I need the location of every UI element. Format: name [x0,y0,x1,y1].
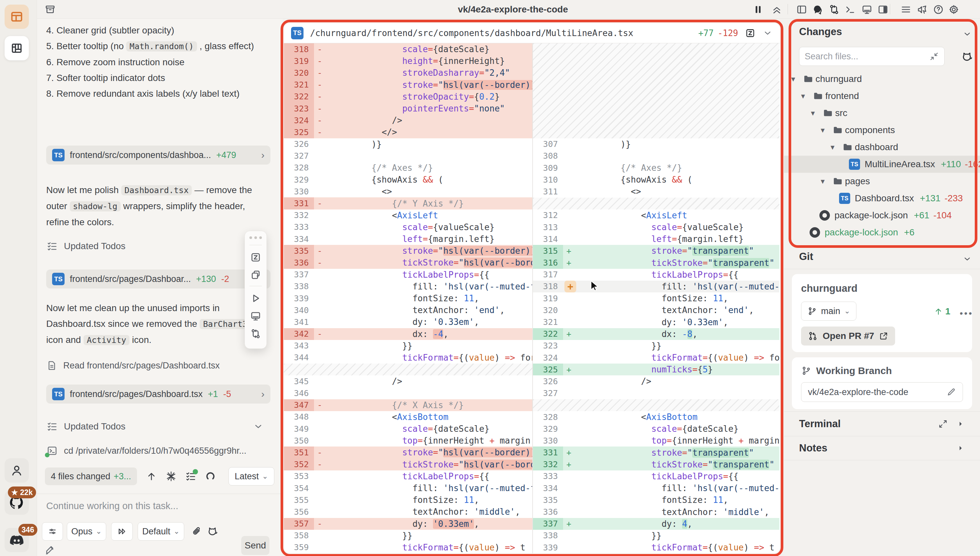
diff-row: 330 top={innerHeight + margin.top} [533,435,780,446]
chevron-down-icon[interactable] [762,28,773,38]
repo-menu-button[interactable]: ••• [960,308,973,318]
tree-file-package-lock.json[interactable]: package-lock.json+6 [784,224,980,241]
file-chip-name: frontend/src/pages/Dashboard.tsx [70,389,203,399]
brush-icon[interactable] [44,544,56,556]
file-chip-name: frontend/src/components/dashboa... [70,150,211,160]
changes-file-tree: ▾churnguard▾frontend▾src▾components▾dash… [784,71,980,241]
tree-folder-dashboard[interactable]: ▾dashboard [784,139,980,156]
text-segment: 5. Better tooltip (no [46,41,126,51]
composer-settings-button[interactable] [42,522,63,541]
file-chip-dashboard-1[interactable]: TS frontend/src/pages/Dashboar... +130 -… [46,270,270,288]
diff-row: 351- stroke="hsl(var(--border))" [284,446,532,458]
pencil-icon[interactable] [946,387,956,397]
tree-folder-pages[interactable]: ▾pages [784,173,980,190]
working-branch-field[interactable]: vk/4e2a-explore-the-code [801,382,963,402]
ts-file-icon: TS [52,149,65,161]
account-button[interactable] [5,458,29,483]
inline-code: BarChart3 [200,319,250,329]
github-cat-icon[interactable] [960,50,974,63]
file-chip-dashboard-2[interactable]: TS frontend/src/pages/Dashboard.tsx +1 -… [46,385,270,404]
document-icon [46,360,57,371]
chat-bubble-icon[interactable] [812,3,823,15]
send-button[interactable]: Send [241,536,270,555]
list-item: 4. Cleaner grid (subtler opacity) [46,23,272,38]
tree-folder-components[interactable]: ▾components [784,121,980,139]
panel-right-icon[interactable] [877,3,889,15]
expand-icon[interactable] [938,419,948,429]
drag-handle-dots[interactable] [249,236,262,239]
monitor-icon[interactable] [250,310,262,322]
caret-right-icon[interactable] [956,444,965,453]
open-pr-button[interactable]: Open PR #7 [801,326,895,346]
terminal-command-row[interactable]: cd /private/var/folders/10/h7w0q46556ggr… [46,445,268,457]
archive-icon[interactable] [44,3,56,15]
todo-update-row[interactable]: Updated Todos [46,240,126,252]
diff-row: 320- strokeDasharray="2,4" [284,67,532,79]
tree-file-MultiLineArea.tsx[interactable]: TSMultiLineArea.tsx+110-162 [784,156,980,173]
folder-icon [821,108,835,119]
menu-icon[interactable] [900,3,912,15]
diff-row: 311 <> [533,186,780,197]
attach-paperclip-icon[interactable] [191,525,203,537]
todos-status-icon[interactable] [185,470,197,482]
todo-label: Updated Todos [64,421,126,432]
diff-editor-icon[interactable] [745,27,756,39]
repo-card: churnguard main ⌄ 1 ••• Open PR #7 [792,274,972,352]
cat-icon[interactable] [206,525,219,538]
diff-row: 337+ dy: 4, [533,518,780,530]
play-icon[interactable] [250,293,262,304]
collapse-all-icon[interactable] [771,3,783,15]
collapse-tree-icon[interactable] [929,52,939,61]
tree-folder-src[interactable]: ▾src [784,105,980,121]
fast-forward-button[interactable] [111,522,133,541]
copy-icon[interactable] [250,269,262,281]
version-label: Latest [235,472,259,482]
tree-file-package-lock.json[interactable]: package-lock.json+61-104 [784,207,980,224]
mode-dropdown[interactable]: Default⌄ [138,522,184,541]
workspace-tile-board[interactable] [5,36,29,60]
chevron-down-icon[interactable] [962,254,972,264]
caret-right-icon[interactable] [956,420,965,428]
diff-row: 338 fill: 'hsl(var(--muted-foreground))'… [284,281,532,293]
text-segment: 8. Remove redundant axis labels (x/y lab… [46,89,240,99]
notes-section-header[interactable]: Notes [784,436,980,460]
file-search-box[interactable] [799,47,944,66]
workspace-tile-active[interactable] [5,5,29,29]
tree-folder-churnguard[interactable]: ▾churnguard [784,71,980,87]
scroll-up-icon[interactable] [145,470,157,482]
git-section-title: Git [799,251,813,263]
pause-icon[interactable] [752,3,764,15]
diff-row: 353 tickLabelProps={{ [284,470,532,482]
files-changed-label: 4 files changed [51,472,110,482]
composer-input[interactable]: Continue working on this task... [46,501,178,511]
branch-dropdown[interactable]: main ⌄ [801,302,856,321]
search-input[interactable] [805,52,929,61]
spark-icon[interactable] [165,470,177,482]
git-compare-icon[interactable] [828,3,840,15]
add-comment-button[interactable]: + [564,281,576,293]
settings-gear-icon[interactable] [948,3,960,15]
inline-code: Math.random() [126,41,197,52]
tree-folder-frontend[interactable]: ▾frontend [784,87,980,105]
version-dropdown[interactable]: Latest ⌄ [228,467,274,485]
diff-row: 335 fontSize: 11, [533,494,780,506]
todo-update-row-2[interactable]: Updated Todos [46,420,264,432]
megaphone-icon[interactable] [916,3,928,15]
files-changed-pill[interactable]: 4 files changed +3... [45,467,137,485]
chevron-down-icon[interactable] [253,421,264,432]
list-item: 6. Remove zoom instruction noise [46,55,272,70]
help-icon[interactable] [933,3,944,15]
chevron-down-icon[interactable] [962,29,972,39]
read-file-row[interactable]: Read frontend/src/pages/Dashboard.tsx [46,360,220,371]
monitor-icon[interactable] [861,3,873,15]
diff-editor-icon[interactable] [250,251,262,263]
tree-file-Dashboard.tsx[interactable]: TSDashboard.tsx+131-233 [784,190,980,207]
working-branch-value: vk/4e2a-explore-the-code [808,387,946,397]
panel-left-icon[interactable] [796,3,807,15]
terminal-section-header[interactable]: Terminal [784,411,980,436]
git-compare-icon[interactable] [250,328,262,339]
model-dropdown[interactable]: Opus⌄ [67,522,106,541]
terminal-icon[interactable] [844,3,856,15]
diff-row: 322+ dx: -8, [533,328,780,340]
file-chip-multilinearea[interactable]: TS frontend/src/components/dashboa... +4… [46,145,270,165]
